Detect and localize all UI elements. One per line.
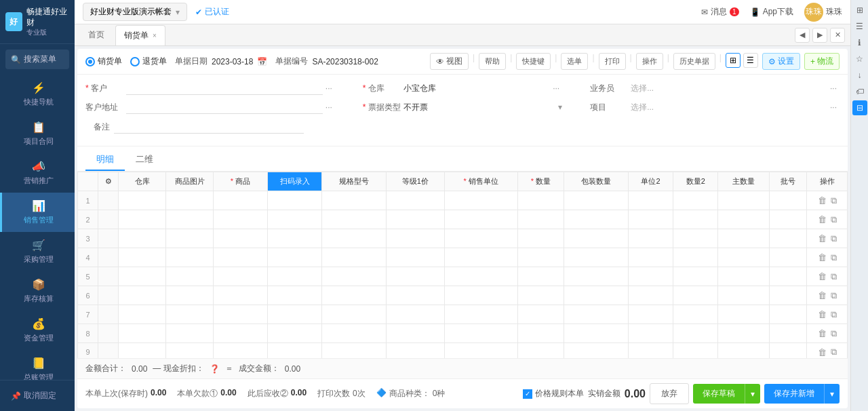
cell-pack_qty-5[interactable] (564, 267, 629, 286)
right-panel-icon-5[interactable]: ↓ (852, 68, 867, 83)
grid-view-button[interactable]: ⊞ (726, 53, 741, 68)
cell-batch-2[interactable] (769, 210, 806, 229)
cell-unit2-6[interactable] (628, 286, 673, 305)
cell-settings-5[interactable] (98, 267, 119, 286)
tab-prev-button[interactable]: ◀ (795, 28, 810, 43)
cell-pack_qty-4[interactable] (564, 248, 629, 267)
cell-spec-8[interactable] (322, 324, 387, 343)
right-panel-icon-1[interactable]: ⊞ (852, 3, 867, 18)
copy-icon-6[interactable]: ⧉ (831, 290, 837, 301)
cell-product_image-9[interactable] (166, 343, 214, 359)
cell-settings-2[interactable] (98, 210, 119, 229)
cell-spec-2[interactable] (322, 210, 387, 229)
cell-unit2-9[interactable] (628, 343, 673, 359)
cell-main_qty-8[interactable] (718, 324, 769, 343)
cell-quantity-2[interactable] (517, 210, 564, 229)
save-new-button[interactable]: 保存并新增 (764, 384, 824, 404)
sidebar-item-quicknav[interactable]: ⚡快捷导航 (0, 75, 75, 114)
view-button[interactable]: 👁 视图 (430, 53, 469, 70)
cell-batch-6[interactable] (769, 286, 806, 305)
cell-main_qty-7[interactable] (718, 305, 769, 324)
cell-barcode_entry-8[interactable] (268, 324, 322, 343)
cell-unit2-5[interactable] (628, 267, 673, 286)
cell-quantity2-9[interactable] (673, 343, 718, 359)
cell-quantity2-2[interactable] (673, 210, 718, 229)
cell-pack_qty-3[interactable] (564, 229, 629, 248)
setup-button[interactable]: ⚙ 设置 (762, 53, 800, 70)
tab-close-all-button[interactable]: ✕ (830, 28, 845, 43)
cell-main_qty-5[interactable] (718, 267, 769, 286)
cell-batch-4[interactable] (769, 248, 806, 267)
cell-batch-5[interactable] (769, 267, 806, 286)
cell-settings-7[interactable] (98, 305, 119, 324)
address-input[interactable] (126, 101, 323, 114)
cell-unit2-7[interactable] (628, 305, 673, 324)
cell-unit2-8[interactable] (628, 324, 673, 343)
cell-price1-3[interactable] (386, 229, 444, 248)
select-button[interactable]: 选单 (561, 53, 588, 70)
abandon-button[interactable]: 放弃 (650, 383, 689, 404)
delete-icon-8[interactable]: 🗑 (818, 328, 827, 338)
cell-pack_qty-9[interactable] (564, 343, 629, 359)
cell-barcode_entry-1[interactable] (268, 191, 322, 210)
cell-main_qty-2[interactable] (718, 210, 769, 229)
cell-warehouse-5[interactable] (119, 267, 166, 286)
cell-quantity2-3[interactable] (673, 229, 718, 248)
cell-product-6[interactable] (214, 286, 268, 305)
cell-quantity-7[interactable] (517, 305, 564, 324)
cell-unit2-1[interactable] (628, 191, 673, 210)
tab-sales-order[interactable]: 销货单 × (115, 25, 165, 45)
cell-sales_unit-2[interactable] (444, 210, 517, 229)
sidebar-item-inventory[interactable]: 📦库存核算 (0, 271, 75, 311)
cell-product-3[interactable] (214, 229, 268, 248)
right-panel-icon-3[interactable]: ℹ (852, 35, 867, 50)
right-panel-icon-2[interactable]: ☰ (852, 19, 867, 34)
cell-settings-9[interactable] (98, 343, 119, 359)
print-button[interactable]: 打印 (599, 53, 626, 70)
table-wrapper[interactable]: ⚙仓库商品图片商品扫码录入规格型号等级1价销售单位数量包装数量单位2数量2主数量… (77, 172, 848, 358)
cell-warehouse-9[interactable] (119, 343, 166, 359)
cell-main_qty-1[interactable] (718, 191, 769, 210)
cell-product-8[interactable] (214, 324, 268, 343)
cell-unit2-3[interactable] (628, 229, 673, 248)
right-panel-icon-7[interactable]: ⊟ (852, 100, 867, 115)
cell-price1-4[interactable] (386, 248, 444, 267)
cell-settings-8[interactable] (98, 324, 119, 343)
cell-quantity-4[interactable] (517, 248, 564, 267)
cell-pack_qty-2[interactable] (564, 210, 629, 229)
company-selector[interactable]: 好业财专业版演示帐套 ▾ (83, 3, 187, 21)
cell-price1-1[interactable] (386, 191, 444, 210)
cell-batch-7[interactable] (769, 305, 806, 324)
cell-quantity-5[interactable] (517, 267, 564, 286)
cell-spec-1[interactable] (322, 191, 387, 210)
cell-barcode_entry-2[interactable] (268, 210, 322, 229)
delete-icon-6[interactable]: 🗑 (818, 290, 827, 300)
calendar-icon[interactable]: 📅 (257, 57, 267, 66)
price-rule-checkbox[interactable]: ✓ 价格规则本单 (523, 388, 584, 399)
cell-batch-9[interactable] (769, 343, 806, 359)
cell-spec-5[interactable] (322, 267, 387, 286)
cell-unit2-2[interactable] (628, 210, 673, 229)
cell-product_image-5[interactable] (166, 267, 214, 286)
invoice-dropdown-icon[interactable]: ▾ (558, 102, 562, 112)
cell-price1-2[interactable] (386, 210, 444, 229)
save-new-dropdown-button[interactable]: ▾ (824, 384, 840, 404)
cell-product-1[interactable] (214, 191, 268, 210)
cell-price1-9[interactable] (386, 343, 444, 359)
cell-product_image-7[interactable] (166, 305, 214, 324)
cell-product_image-3[interactable] (166, 229, 214, 248)
cell-sales_unit-4[interactable] (444, 248, 517, 267)
cell-warehouse-7[interactable] (119, 305, 166, 324)
cell-spec-9[interactable] (322, 343, 387, 359)
cell-spec-7[interactable] (322, 305, 387, 324)
cell-sales_unit-7[interactable] (444, 305, 517, 324)
sidebar-item-purchase[interactable]: 🛒采购管理 (0, 232, 75, 271)
sidebar-item-sales[interactable]: 📊销售管理 (0, 193, 75, 232)
cell-pack_qty-7[interactable] (564, 305, 629, 324)
cell-product_image-1[interactable] (166, 191, 214, 210)
cell-sales_unit-3[interactable] (444, 229, 517, 248)
delete-icon-3[interactable]: 🗑 (818, 233, 827, 243)
cell-settings-1[interactable] (98, 191, 119, 210)
search-menu-button[interactable]: 🔍 搜索菜单 (5, 50, 69, 69)
cell-product_image-4[interactable] (166, 248, 214, 267)
